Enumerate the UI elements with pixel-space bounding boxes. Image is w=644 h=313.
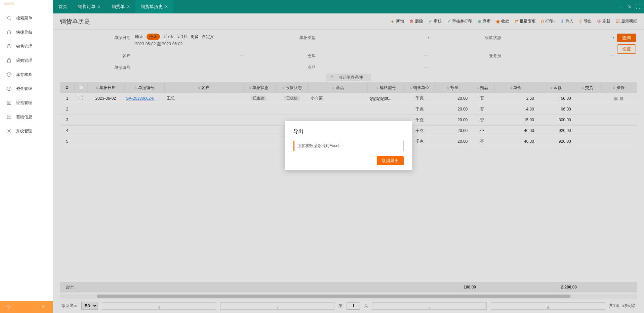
- sidebar-item-label: 系统管理: [16, 128, 32, 134]
- sidebar-item-6[interactable]: 经营管理: [0, 96, 53, 110]
- sidebar-item-0[interactable]: 搜索菜单: [0, 11, 53, 25]
- svg-point-4: [8, 130, 10, 132]
- gear-icon: [6, 128, 12, 134]
- modal-title: 导出: [293, 128, 404, 135]
- info-icon: [6, 114, 12, 120]
- collapse-sidebar-icon[interactable]: [41, 304, 47, 310]
- export-modal: 导出 正在将数据导出到Excel... 取消导出: [285, 121, 412, 170]
- cancel-export-button[interactable]: 取消导出: [377, 156, 404, 165]
- sidebar-item-1[interactable]: 快捷导航: [0, 25, 53, 39]
- sidebar-item-label: 经营管理: [16, 100, 32, 106]
- svg-point-0: [7, 16, 10, 19]
- box-icon: [6, 72, 12, 78]
- sale-icon: [6, 43, 12, 49]
- sidebar-item-2[interactable]: 销售管理: [0, 39, 53, 53]
- bag-icon: [6, 57, 12, 63]
- logo: 体验版: [3, 2, 14, 6]
- sidebar-footer: [0, 301, 53, 313]
- sidebar-item-label: 搜索菜单: [16, 15, 32, 21]
- gear-icon[interactable]: [6, 304, 11, 310]
- sidebar-item-4[interactable]: 库存核算: [0, 68, 53, 82]
- sidebar-item-5[interactable]: 资金管理: [0, 82, 53, 96]
- search-icon: [6, 15, 12, 21]
- sidebar-item-3[interactable]: 采购管理: [0, 53, 53, 68]
- sidebar-item-label: 销售管理: [16, 44, 32, 49]
- report-icon: [6, 100, 12, 106]
- sidebar-item-label: 库存核算: [16, 72, 32, 78]
- sidebar-item-7[interactable]: 基础信息: [0, 110, 53, 124]
- sidebar-item-label: 资金管理: [16, 86, 32, 92]
- modal-message: 正在将数据导出到Excel...: [293, 141, 404, 151]
- sidebar-item-label: 采购管理: [16, 58, 32, 63]
- modal-overlay: 导出 正在将数据导出到Excel... 取消导出: [53, 0, 644, 313]
- sidebar-item-label: 基础信息: [16, 114, 32, 120]
- sidebar-item-8[interactable]: 系统管理: [0, 124, 53, 138]
- svg-rect-3: [7, 115, 11, 119]
- sidebar: 体验版 搜索菜单快捷导航销售管理采购管理库存核算资金管理经营管理基础信息系统管理: [0, 0, 53, 313]
- svg-point-5: [8, 306, 9, 307]
- home-icon: [6, 29, 12, 35]
- sidebar-item-label: 快捷导航: [16, 30, 32, 35]
- money-icon: [6, 86, 12, 92]
